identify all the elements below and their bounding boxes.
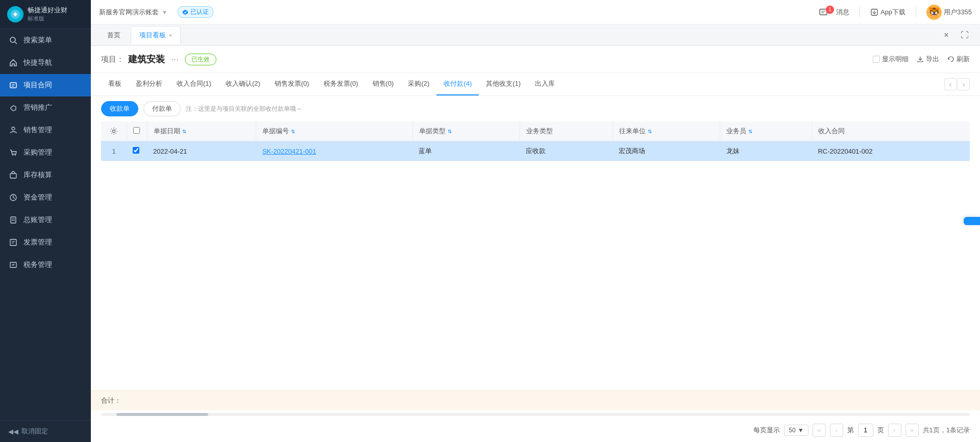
svg-rect-9 (10, 174, 16, 178)
sub-tabs-next-btn[interactable]: › (958, 78, 970, 90)
row-num: 1 (101, 141, 127, 161)
sub-tab-income-confirm[interactable]: 收入确认(2) (218, 73, 267, 95)
page-label: 第 (847, 426, 854, 435)
pagination-first-btn[interactable]: « (813, 424, 826, 437)
app-download-btn[interactable]: App下载 (870, 8, 905, 17)
sub-tab-profit[interactable]: 盈利分析 (129, 73, 169, 95)
pagination-last-btn[interactable]: » (905, 424, 919, 437)
app-download-label: App下载 (880, 8, 905, 17)
project-icon (8, 80, 18, 90)
cancel-pin-btn[interactable]: ◀◀ 取消固定 (0, 420, 91, 442)
th-partner[interactable]: 往来单位 ⇅ (612, 121, 720, 141)
project-header: 项目： 建筑安装 ··· 已生效 显示明细 导出 刷新 (91, 46, 980, 73)
maximize-window-btn[interactable]: ⛶ (958, 28, 972, 42)
purchase-icon (8, 148, 18, 158)
sub-tab-sales-invoice[interactable]: 销售发票(0) (267, 73, 316, 95)
svg-rect-3 (10, 83, 16, 88)
project-more-btn[interactable]: ··· (171, 54, 179, 65)
table-row[interactable]: 1 2022-04-21 SK-20220421-001 蓝单 应收款 宏茂商场… (101, 141, 970, 161)
total-bar: 合计： (91, 390, 980, 410)
sub-tab-payment[interactable]: 收付款(4) (436, 73, 479, 95)
sub-tab-other[interactable]: 其他收支(1) (479, 73, 528, 95)
user-label: 用户3355 (944, 8, 972, 17)
sidebar-item-inventory[interactable]: 库存核算 (0, 164, 91, 186)
sort-icon: ⇅ (648, 129, 652, 134)
user-avatar: 🐯 (926, 5, 942, 20)
sidebar-item-tax[interactable]: 税务管理 (0, 254, 91, 276)
sidebar-item-sales[interactable]: 销售管理 (0, 119, 91, 141)
th-date[interactable]: 单据日期 ⇅ (147, 121, 256, 141)
scroll-thumb[interactable] (116, 413, 208, 416)
sidebar-item-finance[interactable]: 资金管理 (0, 186, 91, 209)
sub-tab-income-contract[interactable]: 收入合同(1) (169, 73, 218, 95)
feedback-btn[interactable]: 我要反馈 (964, 217, 980, 225)
payment-filter-btn[interactable]: 付款单 (143, 101, 181, 116)
sub-tab-tax-invoice[interactable]: 税务发票(0) (316, 73, 365, 95)
sidebar-item-nav[interactable]: 快捷导航 (0, 52, 91, 74)
sidebar-item-ledger[interactable]: 总账管理 (0, 209, 91, 231)
th-number[interactable]: 单据编号 ⇅ (256, 121, 412, 141)
user-btn[interactable]: 🐯 用户3355 (926, 5, 972, 20)
filter-note: 注：这里是与项目关联的全部收付款单哦～ (186, 105, 302, 113)
message-btn[interactable]: 1 消息 (819, 8, 849, 17)
sub-tab-sales[interactable]: 销售(0) (365, 73, 401, 95)
svg-point-6 (12, 127, 15, 130)
pagination-next-btn[interactable]: › (888, 424, 901, 437)
horizontal-scrollbar[interactable] (91, 410, 980, 419)
total-label: 合计： (101, 396, 121, 405)
sidebar-item-label: 快捷导航 (23, 58, 52, 67)
home-icon (8, 58, 18, 68)
row-select-checkbox[interactable] (133, 147, 139, 154)
th-checkbox[interactable] (127, 121, 147, 141)
message-label: 消息 (836, 8, 849, 17)
account-name: 新服务官网演示账套 (99, 8, 159, 17)
project-title: 项目： 建筑安装 (101, 53, 165, 65)
scroll-track (101, 413, 970, 416)
close-window-btn[interactable]: × (939, 28, 953, 42)
verified-text: 已认证 (190, 8, 209, 16)
receipt-filter-btn[interactable]: 收款单 (101, 101, 138, 116)
verified-badge: 已认证 (178, 6, 213, 18)
row-number-link[interactable]: SK-20220421-001 (262, 148, 316, 155)
row-type: 蓝单 (412, 141, 520, 161)
tab-close-icon[interactable]: × (169, 32, 172, 38)
app-name: 畅捷通好业财 (28, 6, 67, 15)
row-biz-type: 应收款 (520, 141, 612, 161)
refresh-btn[interactable]: 刷新 (947, 55, 970, 64)
select-all-checkbox[interactable] (133, 127, 140, 134)
account-selector[interactable]: 新服务官网演示账套 ▼ (99, 8, 167, 17)
pagination: 每页显示 50 ▼ « ‹ 第 页 › » 共1页，1条记录 (91, 419, 980, 442)
sidebar-item-purchase[interactable]: 采购管理 (0, 141, 91, 164)
sidebar-item-label: 项目合同 (23, 81, 52, 90)
tab-home[interactable]: 首页 (99, 27, 129, 44)
marketing-icon (8, 103, 18, 113)
sidebar-item-marketing[interactable]: 营销推广 (0, 96, 91, 119)
data-table: 单据日期 ⇅ 单据编号 ⇅ 单据类型 (101, 121, 970, 161)
export-btn[interactable]: 导出 (917, 55, 939, 64)
svg-point-7 (12, 155, 13, 156)
tab-project-board[interactable]: 项目看板 × (131, 26, 181, 44)
ledger-icon (8, 215, 18, 225)
row-number[interactable]: SK-20220421-001 (256, 141, 412, 161)
sidebar-item-search[interactable]: 搜索菜单 (0, 29, 91, 52)
svg-rect-11 (11, 217, 16, 223)
sidebar: 畅捷通好业财 标准版 搜索菜单 快捷导航 项目合同 (0, 0, 91, 442)
th-type[interactable]: 单据类型 ⇅ (412, 121, 520, 141)
pagination-prev-btn[interactable]: ‹ (830, 424, 843, 437)
table-container: 单据日期 ⇅ 单据编号 ⇅ 单据类型 (91, 121, 980, 390)
main-area: 新服务官网演示账套 ▼ 已认证 1 消息 App下载 🐯 用户3355 (91, 0, 980, 442)
sub-tabs-prev-btn[interactable]: ‹ (944, 78, 957, 90)
th-settings[interactable] (101, 121, 127, 141)
th-salesperson[interactable]: 业务员 ⇅ (720, 121, 812, 141)
sidebar-item-project[interactable]: 项目合同 (0, 74, 91, 96)
sub-tab-inventory[interactable]: 出入库 (528, 73, 562, 95)
page-number-input[interactable] (858, 424, 873, 437)
sub-tab-kanban[interactable]: 看板 (101, 73, 129, 95)
row-checkbox[interactable] (127, 141, 147, 161)
sort-icon: ⇅ (748, 129, 752, 134)
show-detail-checkbox[interactable]: 显示明细 (873, 55, 909, 64)
sidebar-item-invoice[interactable]: 发票管理 (0, 231, 91, 254)
sub-tab-purchase[interactable]: 采购(2) (401, 73, 436, 95)
page-size-select[interactable]: 50 ▼ (784, 425, 808, 436)
invoice-icon (8, 237, 18, 248)
